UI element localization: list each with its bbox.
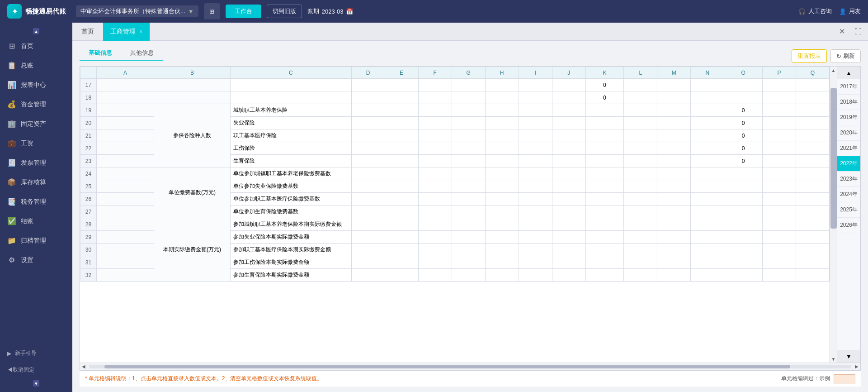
cell-21-l[interactable] (624, 129, 657, 142)
cell-31-j[interactable] (552, 256, 585, 269)
cell-22-c[interactable]: 工伤保险 (231, 142, 352, 155)
cell-31-g[interactable] (452, 256, 485, 269)
cell-28-o[interactable] (724, 218, 763, 231)
cell-23-p[interactable] (762, 155, 796, 167)
cell-19-h[interactable] (485, 104, 519, 117)
cell-30-k[interactable] (585, 244, 624, 256)
cell-24-n[interactable] (691, 167, 724, 180)
year-item-2024年[interactable]: 2024年 (837, 187, 860, 202)
cell-17-q[interactable] (796, 79, 829, 91)
cell-28-b[interactable]: 本期实际缴费金额(万元) (154, 218, 230, 282)
cell-30-f[interactable] (418, 244, 452, 256)
cell-29-h[interactable] (485, 231, 519, 244)
year-item-2019年[interactable]: 2019年 (837, 110, 860, 125)
cell-25-j[interactable] (552, 180, 585, 193)
cell-26-p[interactable] (762, 193, 796, 206)
cell-25-d[interactable] (351, 180, 385, 193)
cell-30-i[interactable] (519, 244, 552, 256)
cell-26-e[interactable] (385, 193, 418, 206)
cell-24-g[interactable] (452, 167, 485, 180)
cell-29-n[interactable] (691, 231, 724, 244)
cell-26-i[interactable] (519, 193, 552, 206)
cell-19-o[interactable]: 0 (724, 104, 763, 117)
cell-21-q[interactable] (796, 129, 829, 142)
cell-28-f[interactable] (418, 218, 452, 231)
cell-23-g[interactable] (452, 155, 485, 167)
cell-26-f[interactable] (418, 193, 452, 206)
cell-21-p[interactable] (762, 129, 796, 142)
cell-17-e[interactable] (385, 79, 418, 91)
cell-21-n[interactable] (691, 129, 724, 142)
cell-20-n[interactable] (691, 117, 724, 129)
cell-32-p[interactable] (762, 269, 796, 282)
cell-21-m[interactable] (657, 129, 691, 142)
switch-button[interactable]: 切到旧版 (267, 5, 302, 18)
cell-20-e[interactable] (385, 117, 418, 129)
cell-25-a[interactable] (97, 180, 154, 193)
year-item-2017年[interactable]: 2017年 (837, 79, 860, 95)
cell-25-p[interactable] (762, 180, 796, 193)
cell-19-g[interactable] (452, 104, 485, 117)
cell-27-l[interactable] (624, 206, 657, 218)
cell-17-n[interactable] (691, 79, 724, 91)
cell-24-l[interactable] (624, 167, 657, 180)
cell-28-p[interactable] (762, 218, 796, 231)
cell-17-a[interactable] (97, 79, 154, 91)
cell-25-e[interactable] (385, 180, 418, 193)
cell-22-q[interactable] (796, 142, 829, 155)
cell-30-c[interactable]: 参加职工基本医疗保险本期实际缴费金额 (231, 244, 352, 256)
cell-22-f[interactable] (418, 142, 452, 155)
cell-30-p[interactable] (762, 244, 796, 256)
cell-30-n[interactable] (691, 244, 724, 256)
cell-21-j[interactable] (552, 129, 585, 142)
reset-button[interactable]: 重置报表 (792, 49, 827, 63)
cell-21-a[interactable] (97, 129, 154, 142)
cell-18-a[interactable] (97, 91, 154, 104)
cell-25-q[interactable] (796, 180, 829, 193)
cell-19-j[interactable] (552, 104, 585, 117)
cell-19-m[interactable] (657, 104, 691, 117)
sidebar-item-asset[interactable]: 🏢 固定资产 (0, 114, 72, 134)
cell-27-k[interactable] (585, 206, 624, 218)
cell-19-q[interactable] (796, 104, 829, 117)
cell-25-g[interactable] (452, 180, 485, 193)
cell-29-d[interactable] (351, 231, 385, 244)
cell-17-g[interactable] (452, 79, 485, 91)
cell-20-i[interactable] (519, 117, 552, 129)
cell-30-h[interactable] (485, 244, 519, 256)
cell-27-j[interactable] (552, 206, 585, 218)
cell-29-k[interactable] (585, 231, 624, 244)
cell-18-d[interactable] (351, 91, 385, 104)
cell-28-g[interactable] (452, 218, 485, 231)
sidebar-item-capital[interactable]: 💰 资金管理 (0, 95, 72, 114)
cell-19-n[interactable] (691, 104, 724, 117)
cell-29-f[interactable] (418, 231, 452, 244)
scroll-down-arrow[interactable]: ▼ (830, 355, 837, 363)
cell-28-i[interactable] (519, 218, 552, 231)
cell-26-g[interactable] (452, 193, 485, 206)
cell-20-m[interactable] (657, 117, 691, 129)
cell-23-n[interactable] (691, 155, 724, 167)
scroll-up-arrow[interactable]: ▲ (830, 67, 837, 74)
cell-22-l[interactable] (624, 142, 657, 155)
cell-18-n[interactable] (691, 91, 724, 104)
cell-29-l[interactable] (624, 231, 657, 244)
cell-22-p[interactable] (762, 142, 796, 155)
cell-24-m[interactable] (657, 167, 691, 180)
cell-17-p[interactable] (762, 79, 796, 91)
cell-27-c[interactable]: 单位参加生育保险缴费基数 (231, 206, 352, 218)
cell-19-c[interactable]: 城镇职工基本养老保险 (231, 104, 352, 117)
cell-20-h[interactable] (485, 117, 519, 129)
user-section[interactable]: 👤 用友 (839, 7, 861, 15)
cell-21-g[interactable] (452, 129, 485, 142)
cell-18-h[interactable] (485, 91, 519, 104)
cell-19-a[interactable] (97, 104, 154, 117)
cell-24-b[interactable]: 单位缴费基数(万元) (154, 167, 230, 218)
cell-18-m[interactable] (657, 91, 691, 104)
cell-32-c[interactable]: 参加生育保险本期实际缴费金额 (231, 269, 352, 282)
tab-close-icon[interactable]: × (139, 29, 142, 35)
sidebar-item-invoice[interactable]: 🧾 发票管理 (0, 153, 72, 172)
cell-17-j[interactable] (552, 79, 585, 91)
h-scroll-left[interactable]: ◀ (80, 363, 87, 370)
cell-20-d[interactable] (351, 117, 385, 129)
